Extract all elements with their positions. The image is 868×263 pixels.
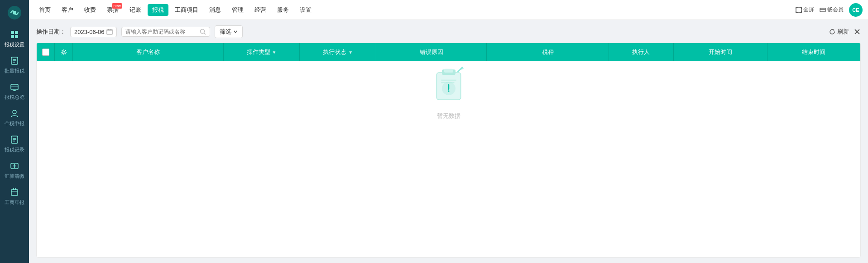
sort-icon-type: ▼ <box>272 50 277 55</box>
svg-rect-24 <box>15 188 16 190</box>
svg-rect-5 <box>15 35 18 38</box>
svg-line-44 <box>458 67 462 72</box>
nav-item-piao[interactable]: 票据 new <box>102 4 123 16</box>
sidebar-item-label: 工商年报 <box>5 199 24 206</box>
svg-rect-40 <box>444 69 453 73</box>
nav-item-customer[interactable]: 客户 <box>57 4 78 16</box>
svg-point-37 <box>62 51 65 54</box>
nav-item-jizhang[interactable]: 记账 <box>125 4 146 16</box>
toolbar: 操作日期： 2023-06-06 筛选 <box>36 25 861 38</box>
col-client-name: 客户名称 <box>73 43 224 61</box>
empty-state: 暂无数据 <box>37 61 860 120</box>
sidebar-item-label: 报税记录 <box>5 146 24 153</box>
page-content: 操作日期： 2023-06-06 筛选 <box>29 20 868 263</box>
settings-icon <box>60 49 67 56</box>
main-area: 首页 客户 收费 票据 new 记账 报税 工商项目 消息 <box>29 0 868 263</box>
sidebar-item-label: 批量报税 <box>5 68 24 74</box>
geshuishenbo-icon <box>9 108 20 119</box>
close-icon <box>854 28 861 35</box>
sidebar-item-geshuishenbo[interactable]: 个税申报 <box>0 104 29 131</box>
nav-item-xiaoxi[interactable]: 消息 <box>205 4 225 16</box>
fullscreen-icon <box>796 7 802 13</box>
table-header: 客户名称 操作类型 ▼ 执行状态 ▼ 错误原因 税种 执行人 <box>37 43 860 61</box>
col-tax-type: 税种 <box>487 43 609 61</box>
member-button[interactable]: 畅会员 <box>820 6 844 14</box>
svg-rect-22 <box>11 190 18 195</box>
sidebar-item-baoshui-zonlan[interactable]: 报税总览 <box>0 78 29 104</box>
nav-items: 首页 客户 收费 票据 new 记账 报税 工商项目 消息 <box>34 4 796 16</box>
date-label: 操作日期： <box>36 28 66 36</box>
svg-rect-27 <box>820 8 825 12</box>
empty-illustration <box>426 61 471 107</box>
calendar-icon <box>106 29 113 35</box>
refresh-label: 刷新 <box>837 28 849 36</box>
close-button[interactable] <box>854 28 861 35</box>
data-table: 客户名称 操作类型 ▼ 执行状态 ▼ 错误原因 税种 执行人 <box>36 43 861 258</box>
svg-point-1 <box>13 11 16 15</box>
col-executor: 执行人 <box>609 43 674 61</box>
svg-point-14 <box>13 110 16 114</box>
app-logo[interactable] <box>5 4 24 22</box>
sort-icon-status: ▼ <box>348 50 353 55</box>
search-icon <box>200 29 206 35</box>
nav-item-baoshui[interactable]: 报税 <box>148 4 168 16</box>
header-checkbox[interactable] <box>42 49 49 56</box>
nav-item-guanli[interactable]: 管理 <box>227 4 248 16</box>
filter-button[interactable]: 筛选 <box>215 25 243 38</box>
nav-item-fuwu[interactable]: 服务 <box>273 4 293 16</box>
baoshui-zonlan-icon <box>9 82 20 93</box>
svg-rect-10 <box>11 84 18 90</box>
sidebar-item-huisuan-jiaona[interactable]: 汇算清缴 <box>0 157 29 183</box>
nav-item-gongshang-xiangmu[interactable]: 工商项目 <box>170 4 203 16</box>
fullscreen-button[interactable]: 全屏 <box>796 6 814 14</box>
date-value: 2023-06-06 <box>74 29 105 35</box>
member-icon <box>820 7 826 13</box>
svg-point-43 <box>448 90 449 92</box>
svg-line-34 <box>204 33 206 35</box>
sidebar-item-label: 报税总览 <box>5 94 24 101</box>
refresh-icon <box>829 29 835 35</box>
col-op-type[interactable]: 操作类型 ▼ <box>224 43 300 61</box>
top-navigation: 首页 客户 收费 票据 new 记账 报税 工商项目 消息 <box>29 0 868 20</box>
search-box[interactable] <box>121 27 210 37</box>
baoshui-jilu-icon <box>9 134 20 145</box>
svg-rect-26 <box>796 7 801 13</box>
topnav-right: 全屏 畅会员 CE <box>796 3 863 17</box>
sidebar-item-baoshui-shezhi[interactable]: 报税设置 <box>0 25 29 52</box>
nav-item-jingying[interactable]: 经营 <box>250 4 271 16</box>
sidebar-item-baoshui-jilu[interactable]: 报税记录 <box>0 131 29 157</box>
sidebar-item-piliang-baoshui[interactable]: 批量报税 <box>0 52 29 78</box>
svg-rect-2 <box>11 31 14 34</box>
new-badge: new <box>112 3 122 9</box>
col-error-reason: 错误原因 <box>376 43 487 61</box>
sidebar-item-label: 汇算清缴 <box>5 173 24 180</box>
empty-text: 暂无数据 <box>437 112 460 120</box>
search-input[interactable] <box>125 29 198 35</box>
col-exec-status[interactable]: 执行状态 ▼ <box>300 43 376 61</box>
svg-rect-29 <box>107 29 112 34</box>
chevron-down-icon <box>233 29 238 34</box>
piliang-baoshui-icon <box>9 55 20 66</box>
table-body: 暂无数据 <box>37 61 860 257</box>
col-end-time: 结束时间 <box>767 43 860 61</box>
col-settings[interactable] <box>55 43 73 61</box>
date-picker[interactable]: 2023-06-06 <box>70 27 117 37</box>
toolbar-right: 刷新 <box>829 28 861 36</box>
nav-item-shezhi[interactable]: 设置 <box>295 4 316 16</box>
refresh-button[interactable]: 刷新 <box>829 28 849 36</box>
sidebar-item-gongshang-nianbao[interactable]: 工商年报 <box>0 183 29 209</box>
sidebar-item-label: 个税申报 <box>5 120 24 127</box>
baoshui-shezhi-icon <box>9 29 20 40</box>
filter-label: 筛选 <box>220 28 231 36</box>
huisuan-jiaona-icon <box>9 161 20 171</box>
user-avatar[interactable]: CE <box>849 3 863 17</box>
nav-item-homepage[interactable]: 首页 <box>34 4 55 16</box>
col-start-time: 开始时间 <box>674 43 767 61</box>
svg-rect-23 <box>13 188 14 190</box>
nav-item-shoufei[interactable]: 收费 <box>80 4 101 16</box>
svg-rect-4 <box>11 35 14 38</box>
gongshang-nianbao-icon <box>9 187 20 198</box>
sidebar-item-label: 报税设置 <box>5 41 24 48</box>
col-checkbox[interactable] <box>37 43 55 61</box>
svg-rect-3 <box>15 31 18 34</box>
